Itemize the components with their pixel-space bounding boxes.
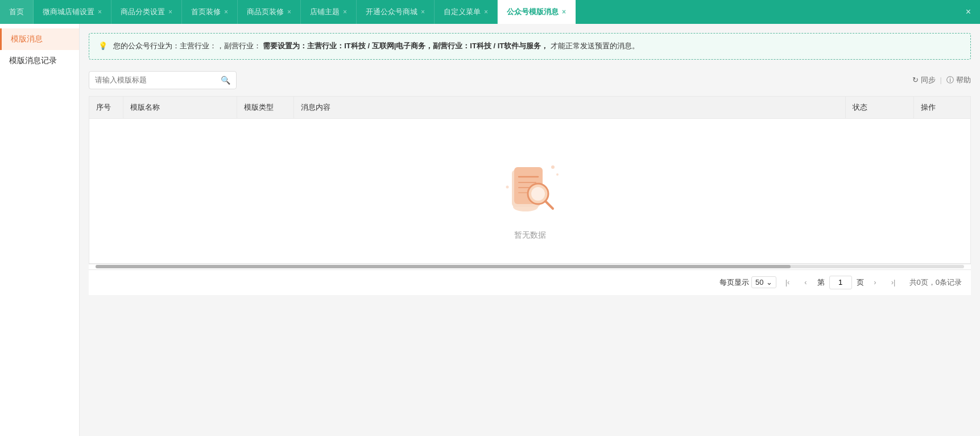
col-action: 操作 — [914, 96, 971, 118]
scroll-bar-thumb — [96, 265, 791, 268]
main-layout: 模版消息 模版消息记录 💡 您的公众号行业为：主营行业：，副营行业： 需要设置为… — [0, 24, 980, 436]
sidebar-item-template-msg-label: 模版消息 — [11, 34, 43, 43]
first-page-button[interactable]: |‹ — [781, 276, 795, 289]
tab-shop-settings-close[interactable]: × — [98, 8, 102, 16]
tab-custom-menu-label: 自定义菜单 — [444, 7, 481, 17]
empty-illustration — [496, 153, 564, 221]
tab-product-decor[interactable]: 商品页装修 × — [238, 0, 301, 24]
tab-homepage-decor-label: 首页装修 — [191, 7, 221, 17]
page-unit: 页 — [857, 277, 864, 288]
total-info: 共0页，0条记录 — [909, 277, 962, 288]
toolbar-right: ↻ 同步 | ⓘ 帮助 — [912, 75, 971, 85]
prev-page-button[interactable]: ‹ — [799, 276, 813, 289]
sync-button[interactable]: ↻ 同步 — [912, 75, 936, 85]
tab-template-msg-close[interactable]: × — [562, 8, 566, 16]
tab-template-msg[interactable]: 公众号模版消息 × — [498, 0, 576, 24]
tab-product-decor-close[interactable]: × — [287, 8, 291, 16]
col-status: 状态 — [846, 96, 914, 118]
tab-category-settings[interactable]: 商品分类设置 × — [111, 0, 182, 24]
col-name: 模版名称 — [123, 96, 237, 118]
tab-homepage-decor[interactable]: 首页装修 × — [182, 0, 238, 24]
tab-shop-settings-label: 微商城店铺设置 — [43, 7, 94, 17]
page-size-box[interactable]: 50 ⌄ — [751, 276, 776, 288]
toolbar-divider: | — [940, 76, 942, 84]
svg-point-10 — [551, 165, 555, 169]
chevron-down-icon: ⌄ — [766, 278, 772, 286]
tab-homepage-decor-close[interactable]: × — [224, 8, 228, 16]
svg-line-9 — [545, 201, 553, 209]
sidebar-item-template-records-label: 模版消息记录 — [9, 56, 57, 65]
help-button[interactable]: ⓘ 帮助 — [946, 75, 971, 85]
tab-home-label: 首页 — [9, 7, 24, 17]
notice-highlight: 需要设置为：主营行业：IT科技 / 互联网|电子商务，副营行业：IT科技 / I… — [263, 41, 548, 50]
page-size-label: 每页显示 — [720, 277, 749, 288]
tab-home[interactable]: 首页 — [0, 0, 34, 24]
tab-shop-theme-label: 店铺主题 — [310, 7, 340, 17]
table-header-row: 序号 模版名称 模版类型 消息内容 状态 操作 — [89, 96, 971, 118]
svg-point-12 — [506, 185, 508, 188]
search-input-wrap: 🔍 — [89, 71, 237, 89]
page-number-input[interactable] — [829, 276, 852, 289]
notice-suffix: 才能正常发送预置的消息。 — [551, 41, 639, 50]
sidebar-item-template-msg[interactable]: 模版消息 — [0, 28, 79, 50]
sync-icon: ↻ — [912, 76, 919, 84]
empty-row: 暂无数据 — [89, 118, 971, 263]
close-all-tabs[interactable]: × — [957, 7, 980, 17]
svg-point-11 — [556, 173, 559, 176]
tab-custom-menu-close[interactable]: × — [484, 8, 488, 16]
last-page-button[interactable]: ›| — [887, 276, 900, 289]
tab-bar: 首页 微商城店铺设置 × 商品分类设置 × 首页装修 × 商品页装修 × 店铺主… — [0, 0, 980, 24]
data-table: 序号 模版名称 模版类型 消息内容 状态 操作 — [89, 96, 971, 264]
svg-point-8 — [531, 187, 545, 201]
help-icon: ⓘ — [946, 75, 954, 85]
empty-state: 暂无数据 — [89, 119, 970, 263]
notice-icon: 💡 — [98, 41, 107, 50]
next-page-button[interactable]: › — [869, 276, 882, 289]
page-size-select: 每页显示 50 ⌄ — [720, 276, 776, 288]
page-label: 第 — [817, 277, 825, 288]
tab-category-close[interactable]: × — [168, 8, 172, 16]
scroll-bar-track[interactable] — [96, 265, 964, 268]
notice-prefix: 您的公众号行业为：主营行业：，副营行业： — [113, 41, 261, 50]
tab-product-decor-label: 商品页装修 — [247, 7, 284, 17]
search-bar: 🔍 ↻ 同步 | ⓘ 帮助 — [89, 71, 971, 89]
tab-open-mall[interactable]: 开通公众号商城 × — [357, 0, 435, 24]
col-seq: 序号 — [89, 96, 123, 118]
empty-text: 暂无数据 — [89, 230, 970, 240]
pagination-bar: 每页显示 50 ⌄ |‹ ‹ 第 页 › ›| 共0页，0条记录 — [89, 269, 971, 295]
tab-shop-settings[interactable]: 微商城店铺设置 × — [34, 0, 111, 24]
sidebar-item-template-records[interactable]: 模版消息记录 — [0, 50, 79, 72]
tab-custom-menu[interactable]: 自定义菜单 × — [435, 0, 498, 24]
help-label: 帮助 — [956, 75, 971, 85]
search-icon[interactable]: 🔍 — [221, 76, 230, 85]
scroll-bar-wrap — [89, 264, 971, 269]
search-input[interactable] — [95, 76, 221, 84]
content-area: 💡 您的公众号行业为：主营行业：，副营行业： 需要设置为：主营行业：IT科技 /… — [80, 24, 980, 436]
notice-box: 💡 您的公众号行业为：主营行业：，副营行业： 需要设置为：主营行业：IT科技 /… — [89, 33, 971, 60]
tab-shop-theme-close[interactable]: × — [343, 8, 347, 16]
tab-template-msg-label: 公众号模版消息 — [507, 7, 559, 17]
tab-shop-theme[interactable]: 店铺主题 × — [301, 0, 357, 24]
sync-label: 同步 — [921, 75, 936, 85]
tab-open-mall-label: 开通公众号商城 — [366, 7, 417, 17]
col-content: 消息内容 — [294, 96, 846, 118]
tab-category-label: 商品分类设置 — [121, 7, 165, 17]
sidebar: 模版消息 模版消息记录 — [0, 24, 80, 436]
tab-open-mall-close[interactable]: × — [421, 8, 425, 16]
page-size-value: 50 — [755, 278, 763, 286]
col-type: 模版类型 — [237, 96, 294, 118]
